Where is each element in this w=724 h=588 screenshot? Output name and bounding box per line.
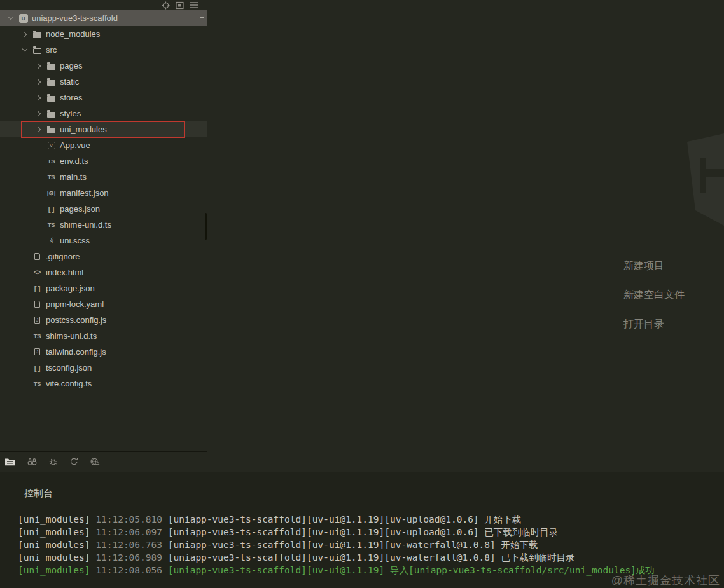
tree-item-env-d-ts[interactable]: TSenv.d.ts	[0, 153, 207, 169]
collapse-panel-icon[interactable]	[176, 1, 184, 10]
chevron-down-icon[interactable]	[19, 42, 31, 58]
tree-item-label: stores	[60, 93, 82, 102]
quick-link-1[interactable]: 新建空白文件	[623, 289, 685, 301]
tree-item-styles[interactable]: styles	[0, 106, 207, 121]
console-panel: 控制台 [uni_modules] 11:12:05.810 [uniapp-v…	[0, 472, 724, 588]
tree-item-uniapp-vue3-ts-scaffold[interactable]: uuniapp-vue3-ts-scaffold	[0, 10, 207, 26]
chevron-spacer	[19, 376, 31, 392]
web-globe-icon[interactable]	[87, 452, 102, 472]
tree-item-icon-slot: TS	[31, 376, 44, 392]
chevron-spacer	[19, 360, 31, 376]
json-file-icon: [ ]	[48, 205, 54, 213]
tree-item-postcss-config-js[interactable]: Jpostcss.config.js	[0, 312, 207, 328]
tree-item-label: vite.config.ts	[46, 379, 92, 388]
tree-item-pnpm-lock-yaml[interactable]: pnpm-lock.yaml	[0, 296, 207, 312]
sidebar-toolbar-group	[20, 452, 102, 471]
log-source: [uni_modules]	[18, 565, 90, 575]
tree-item-app-vue[interactable]: VApp.vue	[0, 137, 207, 153]
menu-icon[interactable]	[190, 1, 198, 9]
chevron-right-icon[interactable]	[33, 74, 45, 90]
chevron-down-icon[interactable]	[5, 10, 17, 26]
tree-item-icon-slot	[31, 26, 44, 42]
tree-item-label: uni.scss	[60, 236, 90, 245]
tree-item-label: manifest.json	[60, 188, 109, 198]
locate-file-icon[interactable]	[162, 1, 170, 10]
log-message: [uniapp-vue3-ts-scaffold][uv-ui@1.1.19][…	[168, 552, 575, 563]
tree-item-stores[interactable]: stores	[0, 90, 207, 106]
tree-item-package-json[interactable]: [ ]package.json	[0, 280, 207, 296]
folder-icon	[47, 96, 55, 102]
log-message: [uniapp-vue3-ts-scaffold][uv-ui@1.1.19][…	[168, 527, 559, 537]
search-binoculars-icon[interactable]	[24, 452, 39, 472]
editor-welcome-area: 新建项目新建空白文件打开目录	[207, 0, 724, 472]
sync-refresh-icon[interactable]	[66, 452, 81, 472]
tree-item-tsconfig-json[interactable]: [ ]tsconfig.json	[0, 360, 207, 376]
folder-icon	[33, 32, 41, 38]
console-log-line: [uni_modules] 11:12:06.763 [uniapp-vue3-…	[18, 538, 655, 551]
chevron-spacer	[33, 185, 45, 201]
console-log-line: [uni_modules] 11:12:06.989 [uniapp-vue3-…	[18, 551, 655, 564]
tree-item-icon-slot	[45, 58, 58, 74]
sidebar-bottom-toolbar	[0, 451, 207, 471]
tree-item-uni-modules[interactable]: uni_modules	[0, 121, 207, 137]
tree-item-node-modules[interactable]: node_modules	[0, 26, 207, 42]
tree-item-vite-config-ts[interactable]: TSvite.config.ts	[0, 376, 207, 392]
javascript-file-icon: J	[34, 317, 40, 324]
tab-console[interactable]: 控制台	[24, 488, 53, 500]
vue-file-icon: V	[48, 142, 55, 149]
tree-item-label: pages	[60, 61, 82, 71]
tree-item-label: App.vue	[60, 140, 90, 150]
quick-link-2[interactable]: 打开目录	[623, 318, 685, 331]
tree-item-label: tsconfig.json	[46, 363, 92, 373]
folder-icon	[47, 128, 55, 133]
tree-item-label: src	[46, 45, 57, 55]
tree-item-pages-json[interactable]: [ ]pages.json	[0, 201, 207, 217]
tree-item-manifest-json[interactable]: [⚙]manifest.json	[0, 185, 207, 201]
tree-item-label: tailwind.config.js	[46, 347, 106, 357]
folder-icon	[47, 112, 55, 118]
javascript-file-icon: J	[34, 348, 40, 355]
tree-item-shims-uni-d-ts[interactable]: TSshims-uni.d.ts	[0, 328, 207, 344]
tree-item-label: uniapp-vue3-ts-scaffold	[32, 13, 118, 23]
file-icon	[34, 253, 40, 260]
tree-item-index-html[interactable]: <>index.html	[0, 264, 207, 280]
project-sidebar: uuniapp-vue3-ts-scaffoldnode_modulessrcp…	[0, 0, 207, 472]
chevron-spacer	[19, 344, 31, 360]
chevron-right-icon[interactable]	[33, 90, 45, 106]
project-explorer-icon[interactable]	[0, 452, 20, 471]
chevron-right-icon[interactable]	[19, 26, 31, 42]
chevron-right-icon[interactable]	[33, 121, 45, 137]
tree-item-icon-slot	[45, 74, 58, 90]
tree-item-tailwind-config-js[interactable]: Jtailwind.config.js	[0, 344, 207, 360]
tree-item-icon-slot: V	[45, 137, 58, 153]
log-source: [uni_modules]	[18, 514, 90, 524]
tree-item-src[interactable]: src	[0, 42, 207, 58]
typescript-file-icon: TS	[34, 380, 41, 387]
log-source: [uni_modules]	[18, 527, 90, 537]
chevron-right-icon[interactable]	[33, 58, 45, 74]
tree-item-icon-slot: J	[31, 344, 44, 360]
scss-file-icon: §	[50, 236, 53, 245]
tree-item-label: static	[60, 77, 79, 86]
tree-item-shime-uni-d-ts[interactable]: TSshime-uni.d.ts	[0, 217, 207, 233]
chevron-right-icon[interactable]	[33, 106, 45, 121]
tree-item-static[interactable]: static	[0, 74, 207, 90]
sidebar-scrollbar-thumb[interactable]	[205, 213, 207, 240]
sidebar-top-toolbar	[162, 0, 198, 10]
tree-item-main-ts[interactable]: TSmain.ts	[0, 169, 207, 185]
chevron-spacer	[33, 169, 45, 185]
log-message: [uniapp-vue3-ts-scaffold][uv-ui@1.1.19][…	[168, 540, 538, 550]
chevron-spacer	[19, 328, 31, 344]
tree-item-label: shims-uni.d.ts	[46, 331, 97, 341]
tree-item-pages[interactable]: pages	[0, 58, 207, 74]
tree-item-uni-scss[interactable]: §uni.scss	[0, 233, 207, 249]
typescript-file-icon: TS	[48, 158, 55, 165]
tree-item-icon-slot	[45, 121, 58, 137]
console-log-line: [uni_modules] 11:12:05.810 [uniapp-vue3-…	[18, 513, 655, 526]
tree-item--gitignore[interactable]: .gitignore	[0, 249, 207, 264]
quick-link-0[interactable]: 新建项目	[623, 259, 685, 272]
tree-item-label: pnpm-lock.yaml	[46, 299, 104, 309]
tree-item-icon-slot: TS	[45, 169, 58, 185]
console-log-line: [uni_modules] 11:12:06.097 [uniapp-vue3-…	[18, 526, 655, 538]
debug-bug-icon[interactable]	[45, 452, 60, 472]
